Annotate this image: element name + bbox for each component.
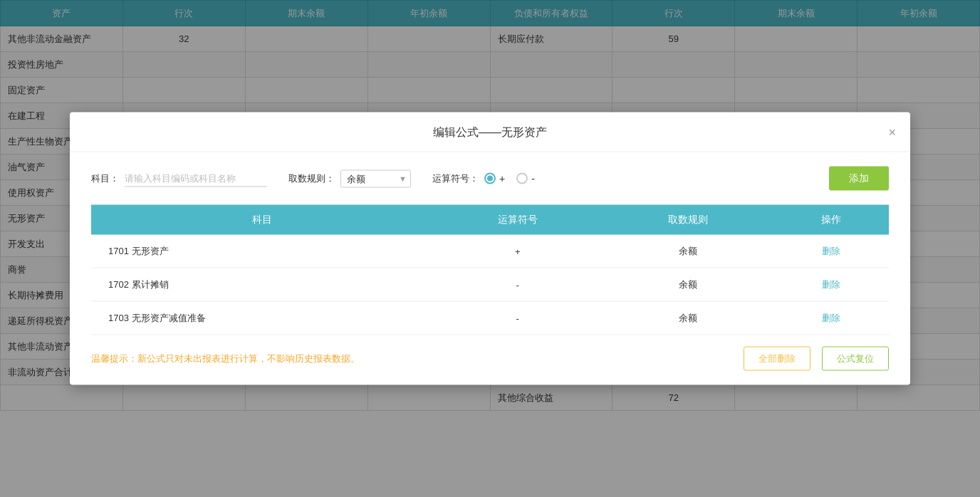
operator-plus-label: + xyxy=(499,173,505,184)
row2-operator: - xyxy=(432,268,603,301)
row2-subject: 1702 累计摊销 xyxy=(91,268,432,301)
hint-text: 温馨提示：新公式只对未出报表进行计算，不影响历史报表数据。 xyxy=(91,352,360,365)
formula-table-wrap: 科目 运算符号 取数规则 操作 1701 无形资产 + 余额 删除 1702 累… xyxy=(70,205,910,335)
rule-select[interactable]: 余额 借方发生额 贷方发生额 xyxy=(340,169,411,187)
row1-operator: + xyxy=(432,235,603,268)
formula-row: 1702 累计摊销 - 余额 删除 xyxy=(91,268,889,301)
delete-row1-button[interactable]: 删除 xyxy=(822,245,840,258)
modal-close-button[interactable]: × xyxy=(888,125,896,138)
formula-table: 科目 运算符号 取数规则 操作 1701 无形资产 + 余额 删除 1702 累… xyxy=(91,205,889,335)
modal-header: 编辑公式——无形资产 × xyxy=(70,113,910,152)
subject-input[interactable] xyxy=(125,170,267,187)
modal-title: 编辑公式——无形资产 xyxy=(433,125,547,140)
row2-rule: 余额 xyxy=(603,268,773,301)
operator-minus-radio[interactable]: - xyxy=(516,173,535,184)
row1-action: 删除 xyxy=(773,235,889,268)
col-action-header: 操作 xyxy=(773,205,889,235)
radio-minus-indicator xyxy=(516,173,528,184)
row3-action: 删除 xyxy=(773,301,889,335)
subject-label: 科目： xyxy=(91,172,119,185)
delete-row2-button[interactable]: 删除 xyxy=(822,278,840,291)
col-operator-header: 运算符号 xyxy=(432,205,603,235)
rule-select-wrapper: 余额 借方发生额 贷方发生额 ▼ xyxy=(340,169,411,187)
rule-label: 取数规则： xyxy=(288,172,335,185)
row3-operator: - xyxy=(432,301,603,335)
formula-form: 科目： 取数规则： 余额 借方发生额 贷方发生额 ▼ 运算符号： + xyxy=(70,152,910,205)
row3-rule: 余额 xyxy=(603,301,773,335)
add-button[interactable]: 添加 xyxy=(829,167,889,191)
operator-radio-group: + - xyxy=(484,173,535,184)
modal-footer: 温馨提示：新公式只对未出报表进行计算，不影响历史报表数据。 全部删除 公式复位 xyxy=(70,335,910,371)
rule-field-group: 取数规则： 余额 借方发生额 贷方发生额 ▼ xyxy=(288,169,411,187)
delete-all-button[interactable]: 全部删除 xyxy=(744,347,810,371)
delete-row3-button[interactable]: 删除 xyxy=(822,312,840,325)
row3-subject: 1703 无形资产减值准备 xyxy=(91,301,432,335)
reset-formula-button[interactable]: 公式复位 xyxy=(822,347,889,371)
col-subject-header: 科目 xyxy=(91,205,432,235)
subject-field-group: 科目： xyxy=(91,170,267,187)
footer-buttons: 全部删除 公式复位 xyxy=(744,347,889,371)
operator-field-group: 运算符号： + - xyxy=(432,172,535,185)
formula-row: 1703 无形资产减值准备 - 余额 删除 xyxy=(91,301,889,335)
col-rule-header: 取数规则 xyxy=(603,205,773,235)
row1-subject: 1701 无形资产 xyxy=(91,235,432,268)
row1-rule: 余额 xyxy=(603,235,773,268)
operator-minus-label: - xyxy=(531,173,535,184)
operator-plus-radio[interactable]: + xyxy=(484,173,505,184)
row2-action: 删除 xyxy=(773,268,889,301)
edit-formula-modal: 编辑公式——无形资产 × 科目： 取数规则： 余额 借方发生额 贷方发生额 ▼ … xyxy=(70,113,910,385)
formula-row: 1701 无形资产 + 余额 删除 xyxy=(91,235,889,268)
operator-label: 运算符号： xyxy=(432,172,479,185)
radio-plus-indicator xyxy=(484,173,496,184)
